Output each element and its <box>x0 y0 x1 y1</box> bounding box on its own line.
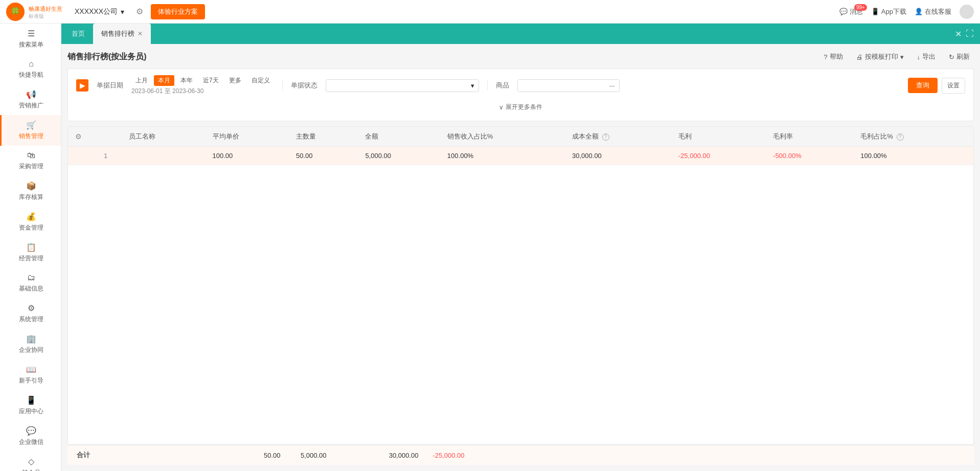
goods-more-icon: ··· <box>609 82 615 89</box>
inventory-icon: 📦 <box>26 181 36 191</box>
sidebar-item-member[interactable]: ◇ 畅会员 <box>0 452 61 471</box>
close-window-icon[interactable]: ✕ <box>955 29 962 39</box>
tab-home[interactable]: 首页 <box>63 24 93 44</box>
filter-panel: ▶ 单据日期 上月 本月 本年 近7天 更多 自定义 2023-06-01 至 … <box>67 69 974 121</box>
app-name: 畅康通好生意 <box>29 5 62 13</box>
expand-more-button[interactable]: ∨ 展开更多条件 <box>76 100 965 115</box>
sidebar-item-operations[interactable]: 📋 经营管理 <box>0 237 61 268</box>
app-version: 标准版 <box>29 13 62 20</box>
date-tab-curr[interactable]: 本月 <box>154 75 174 86</box>
footer-cost: 30,000.00 <box>389 452 419 459</box>
tab-close-icon[interactable]: ✕ <box>138 30 143 37</box>
table-wrapper: ⚙ 员工名称 平均单价 主数量 全额 销售收入占比% 成本全额 ? <box>67 126 974 445</box>
footer-gross: -25,000.00 <box>432 452 464 459</box>
sidebar-item-label: 企业微信 <box>19 438 43 446</box>
sidebar-item-inventory[interactable]: 📦 库存核算 <box>0 176 61 207</box>
operations-icon: 📋 <box>26 242 36 252</box>
sidebar-item-label: 采购管理 <box>19 162 43 171</box>
cell-rank: 1 <box>88 147 123 165</box>
goods-select[interactable]: ··· <box>517 79 620 92</box>
goods-filter-label: 商品 <box>496 81 509 90</box>
cell-amount: 5,000.00 <box>359 147 441 165</box>
expand-label: 展开更多条件 <box>506 103 542 111</box>
cell-sales-pct: 100.00% <box>441 147 566 165</box>
sidebar-item-label: 销售管理 <box>19 132 43 141</box>
print-button[interactable]: 🖨 按模板打印 ▾ <box>852 50 908 63</box>
col-gross: 毛利 <box>672 127 767 147</box>
sidebar-item-wechat[interactable]: 💬 企业微信 <box>0 421 61 452</box>
chevron-down-icon: ∨ <box>499 104 504 111</box>
col-amount: 全额 <box>359 127 441 147</box>
query-button[interactable]: 查询 <box>908 78 938 93</box>
user-avatar[interactable] <box>960 5 974 19</box>
sidebar-item-system[interactable]: ⚙ 系统管理 <box>0 298 61 329</box>
search-icon: ☰ <box>28 29 35 38</box>
sidebar-item-guide[interactable]: 📖 新手引导 <box>0 360 61 390</box>
sidebar-item-marketing[interactable]: 📢 营销推广 <box>0 84 61 115</box>
online-service-button[interactable]: 👤 在线客服 <box>915 7 951 16</box>
sidebar-item-label: 系统管理 <box>19 315 43 324</box>
quick-toggle-button[interactable]: ▶ <box>76 79 88 92</box>
app-logo: 🍀 <box>6 3 25 21</box>
content-area: 首页 销售排行榜 ✕ ✕ ⛶ 销售排行榜(按业务员) ? 帮助 <box>61 24 980 471</box>
date-tab-year[interactable]: 本年 <box>176 75 197 86</box>
service-icon: 👤 <box>915 8 923 15</box>
sidebar-item-finance[interactable]: 💰 资金管理 <box>0 207 61 237</box>
date-tabs: 上月 本月 本年 近7天 更多 自定义 <box>131 75 274 86</box>
finance-icon: 💰 <box>26 212 36 221</box>
sidebar-item-label: 企业协同 <box>19 346 43 354</box>
sidebar-item-quick-nav[interactable]: ⌂ 快捷导航 <box>0 54 61 84</box>
apps-icon: 📱 <box>26 395 36 405</box>
sales-ranking-table: ⚙ 员工名称 平均单价 主数量 全额 销售收入占比% 成本全额 ? <box>68 127 973 165</box>
company-selector[interactable]: XXXXXX公司 ▾ <box>71 5 128 18</box>
help-button[interactable]: ? 帮助 <box>819 50 847 63</box>
basic-info-icon: 🗂 <box>27 273 35 282</box>
cost-info-icon[interactable]: ? <box>602 133 609 141</box>
date-tab-more[interactable]: 更多 <box>225 75 245 86</box>
col-sales-pct: 销售收入占比% <box>441 127 566 147</box>
settings-button[interactable]: ⚙ <box>132 5 147 19</box>
sidebar-item-purchase[interactable]: 🛍 采购管理 <box>0 146 61 176</box>
export-icon: ↓ <box>917 53 921 61</box>
footer-qty: 50.00 <box>264 452 281 459</box>
tab-sales-ranking[interactable]: 销售排行榜 ✕ <box>93 24 151 44</box>
cell-cost: 30,000.00 <box>566 147 672 165</box>
date-tab-custom[interactable]: 自定义 <box>247 75 274 86</box>
refresh-button[interactable]: ↻ 刷新 <box>945 50 974 63</box>
col-settings[interactable]: ⚙ <box>68 127 88 147</box>
page-header: 销售排行榜(按业务员) ? 帮助 🖨 按模板打印 ▾ ↓ 导出 <box>67 50 974 63</box>
date-tab-prev[interactable]: 上月 <box>131 75 152 86</box>
sidebar: ☰ 搜索菜单 ⌂ 快捷导航 📢 营销推广 🛒 销售管理 🛍 采购管理 📦 库存核… <box>0 24 61 471</box>
date-filter-label: 单据日期 <box>97 81 123 90</box>
wechat-icon: 💬 <box>26 426 36 436</box>
download-icon: 📱 <box>871 8 879 15</box>
cell-name <box>123 147 206 165</box>
date-tab-week7[interactable]: 近7天 <box>199 75 223 86</box>
table-settings-icon[interactable]: ⚙ <box>75 132 82 141</box>
help-label: 帮助 <box>830 52 843 61</box>
sidebar-item-basic-info[interactable]: 🗂 基础信息 <box>0 268 61 298</box>
sidebar-item-apps[interactable]: 📱 应用中心 <box>0 390 61 421</box>
footer-label: 合计 <box>74 451 93 460</box>
settings-button[interactable]: 设置 <box>942 78 965 94</box>
gross-pct-info-icon[interactable]: ? <box>897 133 904 141</box>
col-gross-rate: 毛利率 <box>767 127 854 147</box>
top-bar: 🍀 畅康通好生意 标准版 XXXXXX公司 ▾ ⚙ 体验行业方案 💬 消息 99… <box>0 0 980 24</box>
top-bar-right: 💬 消息 99+ 📱 App下载 👤 在线客服 <box>839 5 974 19</box>
refresh-icon: ↻ <box>949 53 954 61</box>
cell-settings <box>68 147 88 165</box>
message-button[interactable]: 💬 消息 99+ <box>839 7 863 16</box>
maximize-icon[interactable]: ⛶ <box>966 29 974 38</box>
status-select[interactable]: ▾ <box>326 79 479 92</box>
sidebar-item-label: 新手引导 <box>19 376 43 385</box>
print-label: 按模板打印 <box>865 52 898 61</box>
export-button[interactable]: ↓ 导出 <box>913 50 940 63</box>
sidebar-item-enterprise[interactable]: 🏢 企业协同 <box>0 329 61 360</box>
sidebar-item-label: 应用中心 <box>19 407 43 416</box>
sidebar-item-sales[interactable]: 🛒 销售管理 <box>0 115 61 146</box>
trial-button[interactable]: 体验行业方案 <box>151 4 205 19</box>
sidebar-item-search[interactable]: ☰ 搜索菜单 <box>0 24 61 54</box>
filter-separator-1 <box>282 80 283 91</box>
table-header-row: ⚙ 员工名称 平均单价 主数量 全额 销售收入占比% 成本全额 ? <box>68 127 973 147</box>
app-download-button[interactable]: 📱 App下载 <box>871 7 906 16</box>
